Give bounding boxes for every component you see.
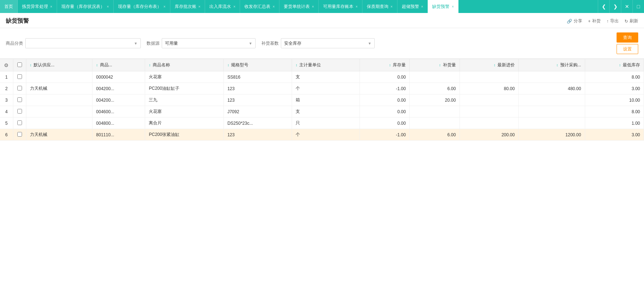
column-product-code[interactable]: ↕ 商品... bbox=[92, 59, 145, 71]
column-stock[interactable]: ↕ 库存量 bbox=[360, 59, 410, 71]
row-product-name: 火花塞 bbox=[145, 71, 223, 83]
column-product-name[interactable]: ↕ 商品名称 bbox=[145, 59, 223, 71]
category-select[interactable]: ▼ bbox=[25, 38, 141, 48]
restock-button[interactable]: + 补货 bbox=[588, 18, 601, 24]
gear-icon[interactable]: ⚙ bbox=[4, 62, 9, 68]
row-checkbox[interactable] bbox=[17, 97, 22, 102]
column-latest-price[interactable]: ↕ 最新进价 bbox=[460, 59, 518, 71]
row-product-code: 004200... bbox=[92, 83, 145, 94]
row-index: 3 bbox=[0, 94, 13, 106]
row-index: 4 bbox=[0, 106, 13, 118]
tab-close-inout-flow[interactable]: × bbox=[233, 5, 235, 9]
table-row: 3 004200... 三九 123 箱 0.00 20.00 10.00 bbox=[0, 94, 644, 106]
row-product-name: PC200油缸缸子 bbox=[145, 83, 223, 94]
share-button[interactable]: 🔗 分享 bbox=[567, 18, 582, 24]
row-checkbox-cell bbox=[13, 71, 26, 83]
nav-close-button[interactable]: ✕ bbox=[621, 0, 632, 13]
row-product-code: 004200... bbox=[92, 94, 145, 106]
row-stock: 0.00 bbox=[360, 94, 410, 106]
row-latest-price bbox=[460, 71, 518, 83]
row-est-purchase bbox=[518, 94, 585, 106]
row-restock-qty bbox=[410, 106, 460, 118]
nav-tab-available-ledger[interactable]: 可用量库存账本× bbox=[319, 0, 362, 13]
row-spec: SS816 bbox=[223, 71, 292, 83]
row-latest-price bbox=[460, 118, 518, 129]
row-checkbox-cell bbox=[13, 94, 26, 106]
column-unit[interactable]: ↕ 主计量单位 bbox=[292, 59, 360, 71]
export-button[interactable]: ↑ 导出 bbox=[606, 18, 619, 24]
restock-basis-select[interactable]: 安全库存 ▼ bbox=[281, 38, 375, 48]
column-spec[interactable]: ↕ 规格型号 bbox=[223, 59, 292, 71]
nav-tab-order-stats[interactable]: 要货单统计表× bbox=[279, 0, 319, 13]
column-est-purchase[interactable]: ↕ 预计采购... bbox=[518, 59, 585, 71]
row-checkbox[interactable] bbox=[17, 132, 22, 137]
tab-close-exception[interactable]: × bbox=[50, 5, 52, 9]
tab-close-shortage[interactable]: × bbox=[452, 5, 454, 9]
nav-next-button[interactable]: ❯ bbox=[609, 0, 621, 13]
row-est-purchase: 1200.00 bbox=[518, 129, 585, 141]
row-spec: DS250*23c... bbox=[223, 118, 292, 129]
nav-tab-overstock[interactable]: 超储预警× bbox=[397, 0, 428, 13]
row-checkbox-cell bbox=[13, 83, 26, 94]
refresh-button[interactable]: ↻ 刷新 bbox=[625, 18, 638, 24]
row-spec: 123 bbox=[223, 83, 292, 94]
category-dropdown-icon: ▼ bbox=[134, 41, 138, 45]
category-filter-group: 商品分类 ▼ bbox=[6, 38, 141, 48]
row-product-code: 004600... bbox=[92, 106, 145, 118]
row-unit: 支 bbox=[292, 71, 360, 83]
nav-tab-exception[interactable]: 拣货异常处理× bbox=[18, 0, 57, 13]
tab-close-order-stats[interactable]: × bbox=[312, 5, 314, 9]
column-default-supplier[interactable]: ↕ 默认供应... bbox=[26, 59, 92, 71]
nav-tab-expiry-query[interactable]: 保质期查询× bbox=[362, 0, 397, 13]
nav-tab-stock-dist[interactable]: 现存量（库存分布表）× bbox=[114, 0, 170, 13]
restock-basis-label: 补货基数 bbox=[261, 40, 279, 47]
tab-close-overstock[interactable]: × bbox=[421, 5, 423, 9]
row-unit: 个 bbox=[292, 83, 360, 94]
row-est-purchase bbox=[518, 106, 585, 118]
tab-close-stock-dist[interactable]: × bbox=[164, 5, 166, 9]
select-all-checkbox[interactable] bbox=[17, 62, 22, 67]
row-est-purchase bbox=[518, 118, 585, 129]
nav-controls: ❮ ❯ ✕ □ bbox=[598, 0, 644, 13]
nav-tab-home[interactable]: 首页 bbox=[0, 0, 18, 13]
nav-tab-inout-flow[interactable]: 出入库流水× bbox=[205, 0, 240, 13]
row-product-name: 离合片 bbox=[145, 118, 223, 129]
tab-close-batch-account[interactable]: × bbox=[199, 5, 201, 9]
nav-tab-collect-total[interactable]: 收发存汇总表× bbox=[240, 0, 279, 13]
row-checkbox[interactable] bbox=[17, 86, 22, 90]
row-restock-qty: 6.00 bbox=[410, 83, 460, 94]
nav-tab-batch-account[interactable]: 库存批次账× bbox=[170, 0, 205, 13]
sort-icon-restock: ↕ bbox=[439, 63, 441, 67]
tab-close-available-ledger[interactable]: × bbox=[356, 5, 358, 9]
row-supplier: 力天机械 bbox=[26, 129, 92, 141]
sort-icon-unit: ↕ bbox=[296, 63, 297, 67]
row-checkbox-cell bbox=[13, 106, 26, 118]
table-row: 4 004600... 火花塞 J7092 支 0.00 8.00 bbox=[0, 106, 644, 118]
datasource-select[interactable]: 可用量 ▼ bbox=[162, 38, 256, 48]
row-min-stock: 1.00 bbox=[585, 118, 644, 129]
row-product-code: 004800... bbox=[92, 118, 145, 129]
row-spec: J7092 bbox=[223, 106, 292, 118]
settings-button[interactable]: 设置 bbox=[617, 44, 638, 54]
row-est-purchase: 480.00 bbox=[518, 83, 585, 94]
row-product-name: 三九 bbox=[145, 94, 223, 106]
row-checkbox[interactable] bbox=[17, 109, 22, 114]
column-restock-qty[interactable]: ↕ 补货量 bbox=[410, 59, 460, 71]
row-supplier: 力天机械 bbox=[26, 83, 92, 94]
column-min-stock[interactable]: ↕ 最低库存 bbox=[585, 59, 644, 71]
sort-icon-stock: ↕ bbox=[389, 63, 391, 67]
nav-prev-button[interactable]: ❮ bbox=[598, 0, 609, 13]
datasource-label: 数据源 bbox=[147, 40, 160, 47]
row-checkbox[interactable] bbox=[17, 74, 22, 79]
nav-tab-shortage[interactable]: 缺货预警× bbox=[428, 0, 458, 13]
row-latest-price: 200.00 bbox=[460, 129, 518, 141]
tab-close-stock-status[interactable]: × bbox=[107, 5, 109, 9]
query-button[interactable]: 查询 bbox=[617, 32, 638, 43]
tab-close-collect-total[interactable]: × bbox=[273, 5, 275, 9]
sort-icon-code: ↕ bbox=[96, 63, 98, 67]
tab-close-expiry-query[interactable]: × bbox=[391, 5, 393, 9]
row-checkbox[interactable] bbox=[17, 120, 22, 125]
nav-tab-stock-status[interactable]: 现存量（库存状况表）× bbox=[57, 0, 114, 13]
nav-fullscreen-button[interactable]: □ bbox=[632, 0, 644, 13]
table-row: 1 0000042 火花塞 SS816 支 0.00 8.00 bbox=[0, 71, 644, 83]
